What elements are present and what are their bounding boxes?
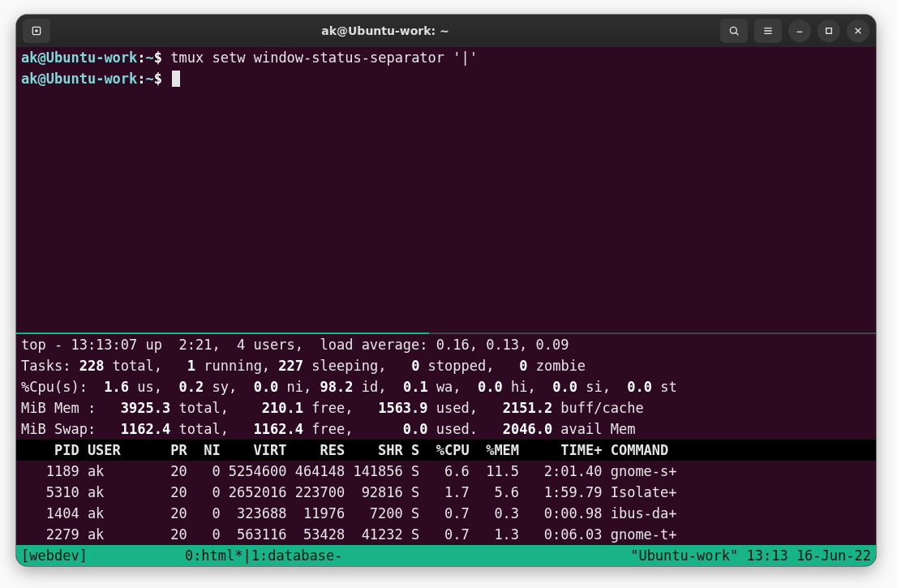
- top-column-header: PID USER PR NI VIRT RES SHR S %CPU %MEM …: [16, 440, 876, 461]
- new-tab-button[interactable]: [23, 19, 50, 43]
- search-button[interactable]: [720, 19, 748, 43]
- tmux-host: "Ubuntu-work": [630, 547, 738, 564]
- minimize-button[interactable]: [788, 19, 811, 42]
- menu-button[interactable]: [754, 19, 782, 43]
- tmux-session-name: [webdev]: [21, 545, 88, 566]
- tmux-pane-shell[interactable]: ak@Ubuntu-work:~$ tmux setw window-statu…: [16, 47, 876, 89]
- cursor: [172, 71, 180, 87]
- top-summary-line: top - 13:13:07 up 2:21, 4 users, load av…: [21, 337, 569, 353]
- top-process-list: 1189 ak 20 0 5254600 464148 141856 S 6.6…: [16, 461, 876, 545]
- prompt-dir: ~: [146, 49, 154, 66]
- close-button[interactable]: [847, 19, 869, 42]
- prompt-host: Ubuntu-work: [46, 49, 138, 66]
- tmux-pane-top[interactable]: top - 13:13:07 up 2:21, 4 users, load av…: [16, 334, 876, 440]
- maximize-button[interactable]: [818, 19, 840, 42]
- tmux-pane-shell-blank[interactable]: [16, 89, 876, 333]
- svg-rect-9: [826, 28, 832, 34]
- svg-point-3: [730, 27, 736, 33]
- command-text: tmux setw window-status-separator '|': [170, 49, 478, 66]
- terminal-body[interactable]: ak@Ubuntu-work:~$ tmux setw window-statu…: [16, 47, 876, 566]
- terminal-window: ak@Ubuntu-work: ~ ak@Ubuntu-work:~$ tmux…: [16, 15, 876, 566]
- window-title: ak@Ubuntu-work: ~: [57, 24, 714, 37]
- tmux-status-bar[interactable]: [webdev] 0:html*|1:database- "Ubuntu-wor…: [16, 545, 876, 566]
- tmux-clock: 13:13 16-Jun-22: [746, 547, 871, 564]
- tmux-window-list[interactable]: 0:html*|1:database-: [185, 547, 342, 564]
- svg-line-4: [736, 32, 738, 35]
- prompt-user: ak: [21, 49, 37, 66]
- window-titlebar: ak@Ubuntu-work: ~: [16, 15, 876, 47]
